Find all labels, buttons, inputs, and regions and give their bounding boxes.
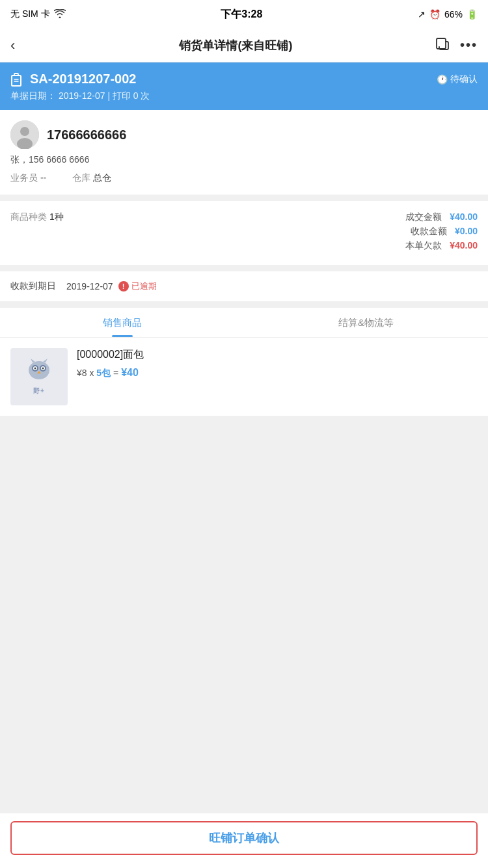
due-label: 本单欠款 [405,240,442,252]
order-id-text: SA-20191207-002 [30,72,136,87]
order-status-text: 待确认 [450,74,478,85]
order-status: 🕐 待确认 [437,74,478,85]
nav-bar: ‹ 销货单详情(来自旺铺) ••• [0,29,488,62]
customer-meta: 业务员 -- 仓库 总仓 [10,172,478,184]
carrier-text: 无 SIM 卡 [10,8,50,20]
order-date: 2019-12-07 [59,90,105,101]
due-row: 本单欠款 ¥40.00 [405,240,478,252]
order-date-label: 单据日期： [10,90,56,101]
receipt-row: 收款金额 ¥0.00 [405,226,478,237]
svg-marker-16 [43,359,47,362]
wifi-icon [54,9,66,20]
clock-icon: 🕐 [437,74,448,85]
product-info: [0000002]面包 ¥8 x 5包 = ¥40 [77,348,478,379]
summary-section: 商品种类 1种 成交金额 ¥40.00 收款金额 ¥0.00 本单欠款 ¥40.… [0,201,488,265]
overdue-badge: ! 已逾期 [118,280,157,292]
tab-sales-label: 销售商品 [103,317,142,328]
back-button[interactable]: ‹ [10,37,36,54]
product-name: [0000002]面包 [77,348,478,362]
due-date-label: 收款到期日 [10,280,56,292]
overdue-text: 已逾期 [131,280,157,292]
salesperson-label: 业务员 [10,172,38,183]
summary-left: 商品种类 1种 [10,211,64,223]
status-time: 下午3:28 [221,8,262,21]
svg-rect-0 [437,38,446,49]
order-id: SA-20191207-002 [10,72,136,87]
receipt-value: ¥0.00 [455,226,478,237]
warehouse-field: 仓库 总仓 [72,172,111,184]
svg-marker-15 [31,359,35,362]
customer-section: 17666666666 张，156 6666 6666 业务员 -- 仓库 总仓 [0,110,488,195]
svg-point-7 [29,361,49,379]
bottom-bar: 旺铺订单确认 [0,813,488,868]
product-brand-icon [26,359,52,385]
salesperson-field: 业务员 -- [10,172,46,184]
deal-amount-label: 成交金额 [405,211,442,223]
nav-actions: ••• [435,36,478,54]
product-thumbnail: 野+ [10,348,68,405]
warehouse-value: 总仓 [93,172,111,183]
tabs-header: 销售商品 结算&物流等 [0,308,488,338]
tab-settlement[interactable]: 结算&物流等 [244,308,488,337]
receipt-label: 收款金额 [411,226,447,237]
status-bar: 无 SIM 卡 下午3:28 ↗ ⏰ 66% 🔋 [0,0,488,29]
share-icon[interactable] [435,36,450,54]
svg-point-12 [34,367,36,369]
goods-kind-value: 1种 [49,211,64,222]
customer-phone: 17666666666 [47,128,126,142]
price-total: ¥40 [121,367,139,378]
warehouse-label: 仓库 [72,172,90,183]
price-value: ¥8 [77,368,87,378]
brand-text: 野+ [33,387,45,396]
customer-avatar [10,120,39,149]
price-equals: = [113,368,121,378]
alarm-icon: ⏰ [429,9,441,20]
order-meta: 单据日期： 2019-12-07 | 打印 0 次 [10,90,478,102]
due-value: ¥40.00 [450,240,478,252]
price-qty: 5包 [96,368,111,378]
more-icon[interactable]: ••• [460,38,478,53]
svg-point-5 [20,127,29,136]
customer-name: 张，156 6666 6666 [10,154,478,166]
order-header: SA-20191207-002 🕐 待确认 单据日期： 2019-12-07 |… [0,62,488,110]
empty-area [0,416,488,585]
tabs-section: 销售商品 结算&物流等 [0,308,488,416]
order-document-icon [10,72,25,87]
tab-sales-products[interactable]: 销售商品 [0,308,244,337]
status-left: 无 SIM 卡 [10,8,66,20]
deal-amount-value: ¥40.00 [450,211,478,223]
order-print: | 打印 0 次 [107,90,150,101]
status-right: ↗ ⏰ 66% 🔋 [418,9,478,20]
goods-kind-label: 商品种类 [10,211,47,222]
summary-right: 成交金额 ¥40.00 收款金额 ¥0.00 本单欠款 ¥40.00 [405,211,478,254]
confirm-order-button[interactable]: 旺铺订单确认 [10,821,478,855]
battery-icon: 🔋 [467,9,478,20]
product-price: ¥8 x 5包 = ¥40 [77,367,478,379]
deal-amount-row: 成交金额 ¥40.00 [405,211,478,223]
overdue-alert-icon: ! [118,281,129,292]
page-title: 销货单详情(来自旺铺) [36,38,435,53]
battery-text: 66% [444,9,463,20]
salesperson-value: -- [40,172,46,183]
product-item: 野+ [0000002]面包 ¥8 x 5包 = ¥40 [0,338,488,416]
svg-rect-1 [12,75,21,86]
svg-point-13 [42,367,44,369]
location-icon: ↗ [418,9,426,20]
price-multiply: x [89,368,96,378]
due-date-value: 2019-12-07 [66,281,113,292]
tab-settlement-label: 结算&物流等 [338,317,394,328]
due-date-section: 收款到期日 2019-12-07 ! 已逾期 [0,271,488,301]
